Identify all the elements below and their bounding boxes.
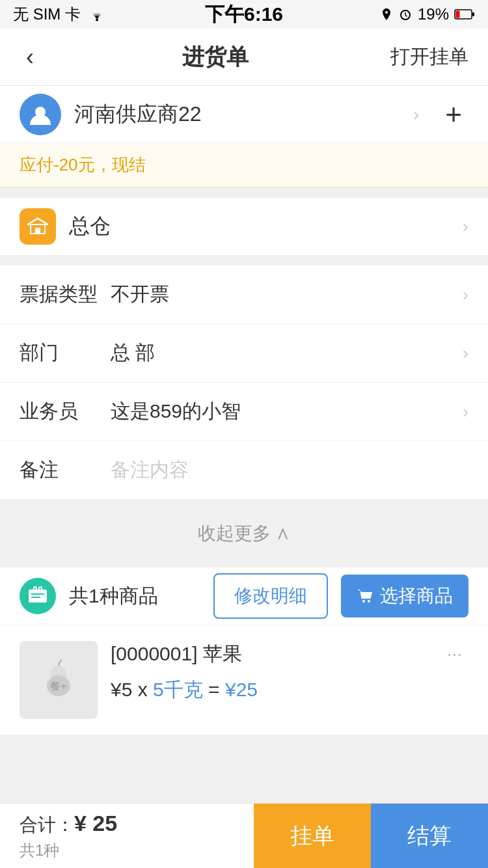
- product-price: ¥5 x 5千克 = ¥25: [111, 677, 427, 703]
- product-info: [0000001] 苹果 ¥5 x 5千克 = ¥25: [111, 641, 427, 703]
- warehouse-row[interactable]: 总仓 ›: [0, 198, 488, 255]
- invoice-arrow-icon: ›: [463, 284, 468, 305]
- battery-icon: [454, 8, 475, 20]
- hold-button[interactable]: 挂单: [254, 804, 371, 868]
- add-supplier-button[interactable]: +: [439, 98, 468, 131]
- product-title: 苹果: [203, 643, 242, 664]
- status-left: 无 SIM 卡: [13, 4, 107, 25]
- svg-rect-3: [472, 12, 474, 16]
- dept-arrow-icon: ›: [463, 343, 468, 364]
- collapse-row[interactable]: 收起更多 ∧: [0, 510, 488, 557]
- dept-label: 部门: [20, 340, 111, 366]
- dept-row[interactable]: 部门 总 部 ›: [0, 324, 488, 383]
- total-amount: ¥ 25: [74, 811, 117, 835]
- product-name: [0000001] 苹果: [111, 641, 427, 668]
- product-count-icon: [20, 578, 56, 614]
- alert-text: 应付-20元，现结: [20, 155, 146, 174]
- warehouse-icon: [20, 208, 56, 245]
- nav-bar: ‹ 进货单 打开挂单: [0, 29, 488, 86]
- remark-row[interactable]: 备注 备注内容: [0, 441, 488, 500]
- collapse-label: 收起更多 ∧: [198, 521, 291, 546]
- supplier-name: 河南供应商22: [74, 100, 413, 129]
- alarm-icon: [398, 7, 413, 21]
- svg-point-0: [96, 19, 98, 21]
- supplier-section: 河南供应商22 › + 应付-20元，现结: [0, 86, 488, 187]
- remark-placeholder: 备注内容: [111, 457, 468, 483]
- select-product-button[interactable]: 选择商品: [341, 575, 468, 617]
- main-content: 河南供应商22 › + 应付-20元，现结 总仓 › 票据类型 不开票 › 部门: [0, 86, 488, 810]
- total-sub: 共1种: [20, 840, 234, 861]
- invoice-label: 票据类型: [20, 281, 111, 308]
- svg-rect-7: [31, 593, 44, 595]
- product-count-text: 共1种商品: [69, 583, 200, 610]
- dept-value: 总 部: [111, 340, 463, 366]
- price-value: ¥5: [111, 679, 132, 700]
- location-icon: [380, 7, 393, 21]
- warehouse-name: 总仓: [69, 212, 463, 241]
- alert-banner: 应付-20元，现结: [0, 143, 488, 187]
- warehouse-section: 总仓 ›: [0, 198, 488, 255]
- sales-label: 业务员: [20, 398, 111, 425]
- supplier-avatar: [20, 94, 61, 135]
- invoice-row[interactable]: 票据类型 不开票 ›: [0, 265, 488, 324]
- bottom-bar: 合计：¥ 25 共1种 挂单 结算: [0, 803, 488, 868]
- total-row: 合计：¥ 25: [20, 811, 234, 837]
- form-section: 票据类型 不开票 › 部门 总 部 › 业务员 这是859的小智 › 备注 备注…: [0, 265, 488, 500]
- wifi-icon: [87, 7, 107, 21]
- edit-detail-button[interactable]: 修改明细: [213, 573, 328, 619]
- supplier-row[interactable]: 河南供应商22 › +: [0, 86, 488, 143]
- sales-value: 这是859的小智: [111, 398, 463, 425]
- total-value: ¥25: [225, 679, 258, 700]
- product-more-button[interactable]: ···: [441, 641, 468, 667]
- invoice-value: 不开票: [111, 281, 463, 308]
- page-title: 进货单: [182, 42, 249, 72]
- status-bar: 无 SIM 卡 下午6:16 19%: [0, 0, 488, 29]
- svg-rect-8: [31, 597, 40, 598]
- product-header: 共1种商品 修改明细 选择商品: [0, 567, 488, 625]
- svg-text:餐+: 餐+: [50, 681, 66, 692]
- total-section: 合计：¥ 25 共1种: [0, 804, 254, 868]
- product-code: [0000001]: [111, 643, 197, 664]
- qty-value: 5千克: [153, 679, 203, 700]
- cart-icon: [357, 588, 375, 604]
- svg-rect-4: [456, 11, 460, 18]
- svg-rect-6: [29, 590, 47, 603]
- supplier-arrow-icon: ›: [413, 104, 419, 125]
- checkout-button[interactable]: 结算: [371, 804, 488, 868]
- sales-row[interactable]: 业务员 这是859的小智 ›: [0, 383, 488, 441]
- svg-point-10: [368, 600, 370, 603]
- products-section: 共1种商品 修改明细 选择商品 餐+: [0, 567, 488, 735]
- carrier-text: 无 SIM 卡: [13, 4, 81, 25]
- sales-arrow-icon: ›: [463, 401, 468, 422]
- total-label: 合计：: [20, 815, 74, 835]
- battery-percent: 19%: [418, 5, 449, 23]
- equals-sign: =: [208, 679, 225, 700]
- select-product-label: 选择商品: [380, 584, 453, 608]
- svg-point-9: [362, 600, 365, 603]
- product-item: 餐+ [0000001] 苹果 ¥5 x 5千克 = ¥25 ···: [0, 625, 488, 735]
- remark-label: 备注: [20, 457, 111, 483]
- open-hold-button[interactable]: 打开挂单: [390, 44, 468, 70]
- back-button[interactable]: ‹: [20, 37, 40, 77]
- status-right: 19%: [380, 5, 475, 23]
- product-thumbnail: 餐+: [20, 641, 98, 719]
- price-separator: x: [138, 679, 153, 700]
- status-time: 下午6:16: [205, 1, 283, 28]
- warehouse-arrow-icon: ›: [463, 216, 468, 237]
